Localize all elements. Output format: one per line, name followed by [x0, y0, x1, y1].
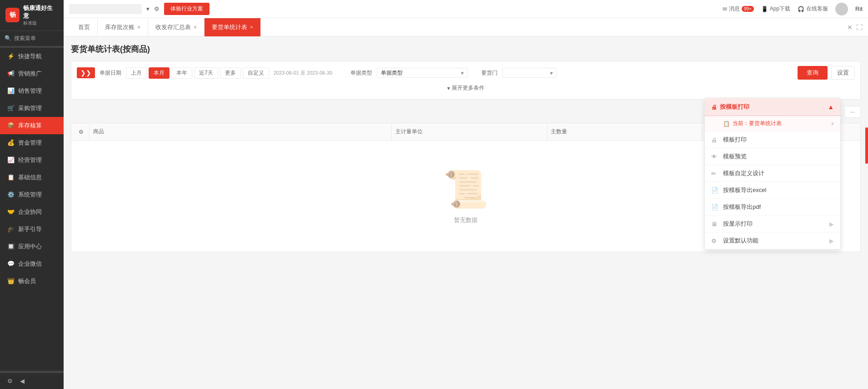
date-btn-prev-month[interactable]: 上月 — [126, 67, 147, 79]
sales-icon: 📊 — [7, 87, 15, 95]
template-preview-item[interactable]: 👁 模板预览 — [705, 148, 840, 165]
topbar-right: ✉ 消息 99+ 📱 App下载 🎧 在线客服 Rit — [723, 3, 863, 15]
apps-icon: 🔲 — [7, 243, 15, 250]
settings-icon[interactable]: ⚙ — [7, 378, 13, 384]
tab-order-stat[interactable]: 要货单统计表 × — [205, 18, 261, 36]
sidebar-item-finance[interactable]: 💰 资金管理 — [0, 134, 64, 152]
th-qty: 主数量 — [547, 123, 702, 140]
system-icon: ⚙️ — [7, 191, 15, 198]
sidebar-item-inventory[interactable]: 📦 库存核算 — [0, 117, 64, 134]
sidebar-item-shortcut[interactable]: ⚡ 快捷导航 — [0, 48, 64, 65]
type-label: 单据类型 — [350, 69, 372, 77]
print-current-template[interactable]: 📋 当前：要货单统计表 ▾ — [705, 116, 840, 131]
sidebar-nav: ⚡ 快捷导航 📢 营销推广 📊 销售管理 🛒 采购管理 📦 库存核算 💰 资金管… — [0, 48, 64, 371]
date-btn-custom[interactable]: 自定义 — [243, 67, 269, 79]
guide-icon: 🎓 — [7, 226, 15, 233]
type-filter-group: 单据类型 单据类型 — [350, 68, 468, 78]
message-button[interactable]: ✉ 消息 99+ — [723, 5, 754, 13]
sidebar-item-apps[interactable]: 🔲 应用中心 — [0, 238, 64, 255]
sidebar-item-sales[interactable]: 📊 销售管理 — [0, 82, 64, 100]
display-print-left: 🖥 按显示打印 — [711, 220, 753, 228]
logo-icon: 畅 — [5, 8, 20, 22]
date-btn-this-month[interactable]: 本月 — [149, 67, 170, 79]
date-hint: 2023-06-01 至 2023-06-30 — [274, 70, 333, 76]
date-btn-group: 上月 本月 本年 近7天 更多 自定义 — [126, 67, 269, 79]
empty-icon: 📜 — [443, 168, 489, 211]
goods-select[interactable] — [502, 68, 557, 78]
tab-batch[interactable]: 库存批次账 × — [98, 18, 148, 36]
sidebar-item-system[interactable]: ⚙️ 系统管理 — [0, 186, 64, 203]
sidebar-bottom: ⚙ ◀ — [0, 373, 64, 389]
operation-icon: 📈 — [7, 157, 15, 164]
sidebar-item-collab[interactable]: 🤝 企业协同 — [0, 203, 64, 221]
app-logo: 畅 畅康通好生意 标准版 — [0, 0, 64, 31]
filter-date-row: ❯❯ 单据日期 上月 本月 本年 近7天 更多 自定义 2023-06-01 至… — [77, 66, 855, 80]
scrollbar-thumb[interactable] — [865, 127, 868, 164]
print-header-icon: 🖨 — [711, 104, 717, 111]
print-dropdown-menu: 🖨 按模板打印 ▲ 📋 当前：要货单统计表 ▾ 🖨 模板打印 👁 模板预览 — [704, 98, 841, 250]
template-print-item[interactable]: 🖨 模板打印 — [705, 131, 840, 148]
th-settings[interactable]: ⚙ — [75, 124, 90, 140]
trial-button[interactable]: 体验行业方案 — [164, 3, 210, 15]
sidebar-item-operation[interactable]: 📈 经营管理 — [0, 152, 64, 169]
topbar-gear-icon[interactable]: ⚙ — [154, 5, 160, 12]
inventory-icon: 📦 — [7, 122, 15, 129]
type-select[interactable]: 单据类型 — [377, 68, 468, 78]
user-avatar[interactable] — [835, 3, 848, 15]
topbar-dropdown-icon[interactable]: ▾ — [146, 5, 150, 12]
collapse-icon[interactable]: ◀ — [20, 378, 25, 384]
topbar-search-input[interactable] — [69, 4, 142, 14]
goods-filter-group: 要货门 — [481, 68, 557, 78]
expand-down-icon: ▾ — [447, 85, 450, 91]
tab-order-stat-close[interactable]: × — [250, 24, 253, 30]
sidebar: 畅 畅康通好生意 标准版 🔍 搜索菜单 ⚡ 快捷导航 📢 营销推广 📊 销售管理… — [0, 0, 64, 389]
goods-label: 要货门 — [481, 69, 498, 77]
sidebar-item-guide[interactable]: 🎓 新手引导 — [0, 221, 64, 238]
tab-receipt[interactable]: 收发存汇总表 × — [148, 18, 205, 36]
date-btn-7days[interactable]: 近7天 — [194, 67, 218, 79]
print-header-actions: ▲ — [828, 103, 834, 111]
basic-icon: 📋 — [7, 174, 15, 181]
setting-button[interactable]: 设置 — [831, 66, 855, 80]
display-arrow: ▶ — [829, 221, 834, 227]
expand-more-btn[interactable]: ▾ 展开更多条件 — [77, 81, 855, 95]
default-func-item[interactable]: ⚙ 设置默认功能 ▶ — [705, 232, 840, 249]
date-btn-this-year[interactable]: 本年 — [171, 67, 192, 79]
excel-item-icon: 📄 — [711, 187, 718, 194]
date-btn-more[interactable]: 更多 — [220, 67, 241, 79]
app-download-button[interactable]: 📱 App下载 — [761, 5, 790, 13]
template-design-item[interactable]: ✏ 模板自定义设计 — [705, 165, 840, 182]
pdf-item-icon: 📄 — [711, 204, 718, 211]
search-menu-item[interactable]: 🔍 搜索菜单 — [0, 31, 64, 46]
tab-close-icon[interactable]: ✕ — [847, 24, 853, 31]
tab-receipt-close[interactable]: × — [194, 24, 197, 30]
shortcut-icon: ⚡ — [7, 53, 15, 60]
goods-select-wrap — [502, 68, 557, 78]
filter-expand-btn[interactable]: ❯❯ — [77, 67, 95, 78]
tab-batch-close[interactable]: × — [137, 24, 140, 30]
sidebar-item-member[interactable]: 👑 畅会员 — [0, 273, 64, 290]
tab-home[interactable]: 首页 — [71, 18, 98, 36]
default-func-arrow: ▶ — [829, 237, 834, 244]
display-icon: 🖥 — [711, 221, 718, 227]
sidebar-item-purchase[interactable]: 🛒 采购管理 — [0, 100, 64, 117]
collab-icon: 🤝 — [7, 208, 15, 216]
sidebar-item-marketing[interactable]: 📢 营销推广 — [0, 65, 64, 82]
display-print-item[interactable]: 🖥 按显示打印 ▶ — [705, 216, 840, 232]
print-dropdown-header: 🖨 按模板打印 ▲ — [705, 98, 840, 116]
sidebar-item-wechat[interactable]: 💬 企业微信 — [0, 255, 64, 273]
filter-card: ❯❯ 单据日期 上月 本月 本年 近7天 更多 自定义 2023-06-01 至… — [71, 61, 861, 100]
th-product: 商品 — [90, 123, 392, 140]
current-arrow: ▾ — [831, 121, 834, 127]
ellipsis-btn[interactable]: ··· — [844, 106, 861, 118]
search-icon: 🔍 — [5, 35, 11, 41]
sidebar-item-basic[interactable]: 📋 基础信息 — [0, 169, 64, 186]
print-item-icon: 🖨 — [711, 136, 718, 143]
template-pdf-item[interactable]: 📄 按模板导出pdf — [705, 199, 840, 216]
online-service-button[interactable]: 🎧 在线客服 — [798, 5, 828, 13]
query-button[interactable]: 查询 — [798, 66, 828, 80]
print-collapse-btn[interactable]: ▲ — [828, 103, 834, 111]
message-icon: ✉ — [723, 6, 727, 12]
template-excel-item[interactable]: 📄 按模板导出excel — [705, 182, 840, 199]
tab-expand-icon[interactable]: ⛶ — [856, 24, 863, 31]
